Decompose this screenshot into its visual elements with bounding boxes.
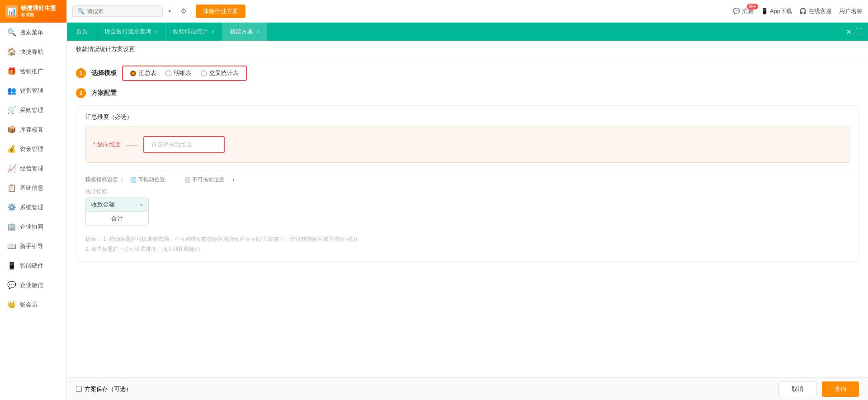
tab-bar-controls: ✕ ⛶ (840, 23, 868, 41)
radio-summary[interactable]: 汇总表 (130, 69, 156, 77)
stat-table: 收款金额 ▾ 合计 (85, 198, 149, 226)
sidebar-label-weixin: 企业微信 (20, 281, 43, 289)
app-download-link[interactable]: 📱 App下载 (761, 7, 792, 15)
non-draggable-dot (185, 177, 190, 183)
sidebar-label-system: 系统管理 (20, 203, 43, 212)
sidebar-item-inventory[interactable]: 📦 库存核算 (0, 120, 66, 139)
trial-industry-button[interactable]: 体验行业方案 (196, 5, 245, 18)
sidebar-item-enterprise[interactable]: 🏢 企业协同 (0, 217, 66, 236)
guide-icon: 📖 (7, 242, 16, 250)
sidebar-item-basic-info[interactable]: 📋 基础信息 (0, 178, 66, 198)
step2-row: 2 方案配置 (76, 88, 859, 98)
marketing-icon: 🎁 (7, 67, 16, 75)
dimension-selector[interactable]: 请选择分组维度 (143, 136, 225, 153)
search-input[interactable] (87, 8, 155, 14)
tab-bank-flow-close[interactable]: × (155, 29, 158, 34)
footer: 方案保存（可选） 取消 查询 (67, 377, 868, 400)
sidebar-item-marketing[interactable]: 🎁 营销推广 (0, 61, 66, 81)
sidebar-item-system[interactable]: ⚙️ 系统管理 (0, 198, 66, 217)
sidebar-label-guide: 新手引导 (20, 242, 43, 250)
cancel-button[interactable]: 取消 (778, 381, 816, 397)
sidebar-item-member[interactable]: 👑 畅会员 (0, 295, 66, 314)
radio-cross-input[interactable] (201, 71, 207, 76)
radio-detail-label[interactable]: 明细表 (174, 69, 192, 77)
finance-icon: 💰 (7, 145, 16, 153)
legend-separator (172, 176, 178, 184)
sidebar-item-smart-hw[interactable]: 📱 智能硬件 (0, 256, 66, 275)
basic-info-icon: 📋 (7, 184, 16, 192)
step1-title: 选择模板 (91, 69, 117, 77)
tab-new-plan[interactable]: 新建方案 × (222, 23, 267, 41)
tab-bank-flow[interactable]: 现金银行流水查询 × (97, 23, 165, 41)
legend-non-draggable-item: 不可拖动位置 (185, 176, 225, 184)
sidebar-item-finance[interactable]: 💰 资金管理 (0, 139, 66, 159)
online-support-link[interactable]: 🎧 在线客服 (799, 7, 832, 15)
content-area: 收款情况统计方案设置 1 选择模板 汇总表 明细表 (67, 41, 868, 377)
sidebar-label-quick-nav: 快捷导航 (20, 48, 43, 56)
logo-name: 畅捷通好生意 (21, 5, 56, 12)
sidebar-label-search-menu: 搜索菜单 (20, 28, 43, 37)
logo-version: 标准版 (21, 12, 56, 18)
sidebar-item-purchase[interactable]: 🛒 采购管理 (0, 100, 66, 120)
dimension-arrow: —— (126, 141, 138, 148)
main-area: 🔍 ▾ ⚙ 体验行业方案 💬 消息 99+ 📱 App下载 🎧 在线客服 用户名… (67, 0, 868, 400)
stat-table-chevron-icon[interactable]: ▾ (140, 202, 143, 208)
quick-nav-icon: 🏠 (7, 47, 16, 56)
query-button[interactable]: 查询 (822, 381, 859, 397)
stat-table-cell: 合计 (86, 212, 148, 226)
chevron-down-icon[interactable]: ▾ (168, 8, 171, 14)
sidebar: 📊 畅捷通好生意 标准版 🔍 搜索菜单 🏠 快捷导航 🎁 营销推广 👥 销售管理… (0, 0, 67, 400)
app-icon: 📱 (761, 8, 768, 14)
tips-section: 提示： 1. 拖动标题栏可以调整布局，不可跨维度或指标区域拖动栏目字段(只能在同… (85, 235, 849, 254)
dimension-title: 汇总维度（必选） (85, 113, 849, 121)
tab-home[interactable]: 首页 (67, 23, 97, 41)
sidebar-label-basic-info: 基础信息 (20, 184, 43, 192)
sidebar-item-search-menu[interactable]: 🔍 搜索菜单 (0, 23, 66, 42)
radio-detail[interactable]: 明细表 (165, 69, 192, 77)
gear-button[interactable]: ⚙ (177, 5, 190, 18)
logo-icon: 📊 (5, 5, 18, 18)
tab-collection-stat-label: 收款情况统计 (173, 28, 208, 36)
sidebar-label-sales: 销售管理 (20, 87, 43, 95)
message-badge[interactable]: 💬 消息 99+ (733, 7, 754, 15)
tab-close-all-icon[interactable]: ✕ (846, 28, 852, 36)
sidebar-label-marketing: 营销推广 (20, 67, 43, 75)
draggable-dot (131, 177, 136, 183)
save-plan-checkbox[interactable] (76, 386, 82, 392)
tip-1: 提示： 1. 拖动标题栏可以调整布局，不可跨维度或指标区域拖动栏目字段(只能在同… (85, 235, 849, 245)
radio-cross[interactable]: 交叉统计表 (201, 69, 239, 77)
radio-detail-input[interactable] (165, 71, 171, 76)
enterprise-icon: 🏢 (7, 222, 16, 231)
message-icon: 💬 (733, 8, 740, 14)
tab-expand-icon[interactable]: ⛶ (855, 28, 863, 36)
stat-table-header[interactable]: 收款金额 ▾ (86, 198, 148, 212)
radio-summary-input[interactable] (130, 71, 136, 76)
tip-2: 2. 点击标题栏下拉可设置排序、插入列和删除列 (85, 245, 849, 254)
search-box[interactable]: 🔍 (72, 5, 163, 17)
tab-collection-stat[interactable]: 收款情况统计 × (165, 23, 222, 41)
legend-draggable-label: 可拖动位置 (138, 176, 165, 184)
tab-bar: 首页 现金银行流水查询 × 收款情况统计 × 新建方案 × ✕ ⛶ (67, 23, 868, 41)
sales-icon: 👥 (7, 86, 16, 95)
save-plan-checkbox-label[interactable]: 方案保存（可选） (76, 385, 132, 393)
template-selector: 汇总表 明细表 交叉统计表 (122, 66, 247, 81)
sidebar-item-operation[interactable]: 📈 经营管理 (0, 159, 66, 178)
sidebar-label-finance: 资金管理 (20, 145, 43, 153)
inventory-icon: 📦 (7, 125, 16, 134)
purchase-icon: 🛒 (7, 106, 16, 114)
tab-new-plan-close[interactable]: × (257, 29, 259, 34)
page-header: 收款情况统计方案设置 (67, 41, 868, 58)
tab-bank-flow-label: 现金银行流水查询 (104, 28, 151, 36)
sidebar-item-guide[interactable]: 📖 新手引导 (0, 236, 66, 256)
sidebar-item-sales[interactable]: 👥 销售管理 (0, 81, 66, 100)
radio-cross-label[interactable]: 交叉统计表 (209, 69, 239, 77)
weixin-icon: 💬 (7, 281, 16, 289)
step2-badge: 2 (76, 88, 86, 98)
user-info[interactable]: 用户名称 (839, 7, 863, 15)
indicator-legend: 模板指标设定（ 可拖动位置 不可拖动位置 ） (85, 176, 849, 184)
tab-collection-stat-close[interactable]: × (212, 29, 214, 34)
page-title: 收款情况统计方案设置 (76, 46, 135, 52)
sidebar-item-weixin[interactable]: 💬 企业微信 (0, 275, 66, 295)
sidebar-item-quick-nav[interactable]: 🏠 快捷导航 (0, 42, 66, 61)
radio-summary-label[interactable]: 汇总表 (139, 69, 156, 77)
